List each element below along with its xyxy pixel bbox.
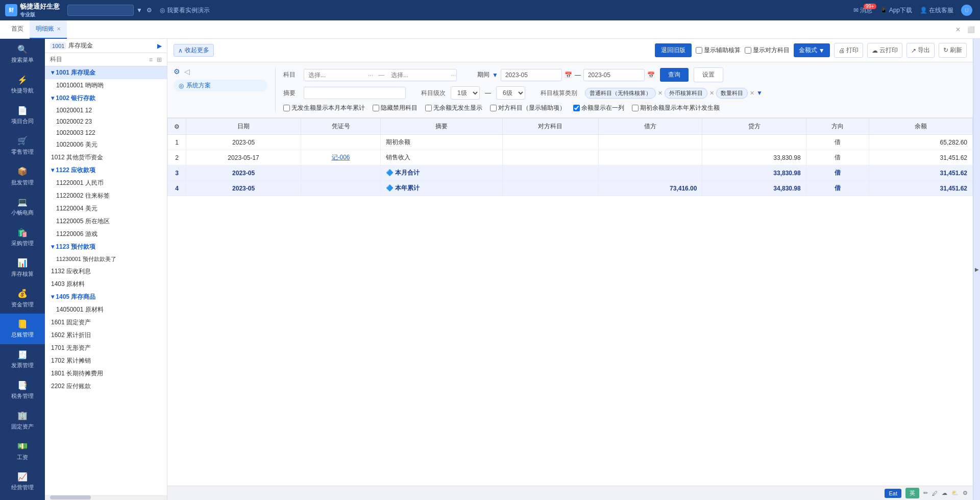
query-button[interactable]: 查询 (660, 68, 689, 82)
sidebar-item-invoice[interactable]: 🧾 发票管理 (0, 344, 45, 375)
sidebar-item-assets[interactable]: 🏢 固定资产 (0, 405, 45, 436)
filter-collapse-arrow-icon[interactable]: ◁ (184, 67, 190, 76)
collapse-filter-button[interactable]: ∧ 收起更多 (174, 44, 214, 57)
right-panel-toggle[interactable]: ▶ (973, 39, 980, 500)
search-input[interactable] (67, 5, 134, 16)
sidebar-item-quicknav[interactable]: ⚡ 快捷导航 (0, 69, 45, 100)
tree-hscroll[interactable] (45, 495, 167, 500)
eat-button[interactable]: Eat (885, 489, 901, 498)
user-menu[interactable]: U (961, 5, 975, 16)
period-calendar-icon[interactable]: 📅 (565, 72, 572, 79)
show-contra-input[interactable] (745, 47, 751, 54)
message-button[interactable]: ✉ 消息 99+ (853, 6, 872, 15)
period-end-input[interactable] (583, 69, 645, 81)
show-contra-checkbox[interactable]: 显示对方科目 (745, 46, 790, 55)
export-button[interactable]: ↗ 导出 (906, 43, 935, 58)
tree-item-1123[interactable]: ▾ 1123 预付款项 (45, 241, 167, 253)
category-dropdown-icon[interactable]: ▼ (756, 89, 763, 97)
tree-item-2202[interactable]: 2202 应付账款 (45, 380, 167, 393)
sidebar-item-ledger[interactable]: 📒 总账管理 (0, 314, 45, 344)
period-start-input[interactable] (501, 69, 562, 81)
tree-item-11220002[interactable]: 11220002 往来标签 (45, 189, 167, 202)
subject-input2[interactable] (387, 69, 448, 81)
tree-item-11220006[interactable]: 11220006 游戏 (45, 228, 167, 241)
tab-close-icon[interactable]: ✕ (57, 26, 61, 32)
sidebar-item-payroll[interactable]: 💵 工资 (0, 436, 45, 466)
tree-item-1012[interactable]: 1012 其他货币资金 (45, 151, 167, 164)
sidebar-item-purchase[interactable]: 🛍️ 采购管理 (0, 222, 45, 253)
tree-item-1002[interactable]: ▾ 1002 银行存款 (45, 92, 167, 105)
window-close-icon[interactable]: ✕ (955, 26, 961, 33)
account-arrow-icon[interactable]: ▶ (157, 42, 162, 50)
tree-item-10020001[interactable]: 10020001 12 (45, 105, 167, 116)
cloud2-icon[interactable]: ⛅ (951, 490, 959, 496)
tree-item-10010001[interactable]: 10010001 哟哟哟 (45, 79, 167, 92)
subject-more2-icon[interactable]: ··· (448, 72, 458, 79)
search-dropdown-icon[interactable]: ▼ (136, 7, 142, 14)
tree-item-1601[interactable]: 1601 固定资产 (45, 316, 167, 329)
lang-button[interactable]: 英 (905, 488, 919, 498)
balance-col-checkbox[interactable] (573, 105, 580, 111)
period-type-btn[interactable]: ▼ (492, 72, 498, 79)
category-tag-1-remove[interactable]: ✕ (658, 90, 663, 97)
period-open-checkbox[interactable] (632, 105, 639, 111)
contra-label-option[interactable]: 对方科目（显示辅助项） (490, 104, 566, 112)
tree-item-1132[interactable]: 1132 应收利息 (45, 265, 167, 278)
summary-input[interactable] (304, 87, 406, 99)
refresh-button[interactable]: ↻ 刷新 (939, 43, 967, 58)
voucher-link-2[interactable]: 记-006 (332, 154, 350, 161)
tree-hscroll-thumb[interactable] (50, 495, 91, 499)
tree-item-1122[interactable]: ▾ 1122 应收款项 (45, 164, 167, 177)
tree-item-1701[interactable]: 1701 无形资产 (45, 342, 167, 354)
level-from-select[interactable]: 1级2级3级 (451, 86, 480, 100)
no-activity-option[interactable]: 无发生额显示本月本年累计 (283, 104, 365, 112)
balance-col-option[interactable]: 余额显示在一列 (573, 104, 624, 112)
no-contra-checkbox[interactable] (425, 105, 432, 111)
tree-item-10020003[interactable]: 10020003 122 (45, 127, 167, 138)
show-aux-input[interactable] (696, 47, 702, 54)
show-aux-checkbox[interactable]: 显示辅助核算 (696, 46, 741, 55)
tab-detail[interactable]: 明细账 ✕ (30, 20, 67, 39)
level-to-select[interactable]: 6级5级4级 (496, 86, 525, 100)
tree-item-1001[interactable]: ▾ 1001 库存现金 (45, 66, 167, 79)
filter-settings-icon[interactable]: ⚙ (174, 67, 180, 76)
tree-item-1403[interactable]: 1403 原材料 (45, 278, 167, 291)
pen-icon[interactable]: 🖊 (932, 490, 938, 496)
sidebar-item-tax[interactable]: 📑 税务管理 (0, 375, 45, 406)
demo-link[interactable]: ◎ 我要看实例演示 (160, 6, 210, 15)
cloud-icon[interactable]: ☁ (942, 490, 947, 496)
tree-item-11220001[interactable]: 11220001 人民币 (45, 177, 167, 189)
sidebar-item-retail[interactable]: 🛒 零售管理 (0, 130, 45, 161)
tree-item-11220005[interactable]: 11220005 所在地区 (45, 215, 167, 228)
period-open-option[interactable]: 期初余额显示本年累计发生额 (632, 104, 720, 112)
sidebar-item-capital[interactable]: 💰 资金管理 (0, 283, 45, 314)
cell-voucher-2[interactable]: 记-006 (301, 150, 381, 165)
return-old-button[interactable]: 退回旧版 (655, 43, 692, 57)
sidebar-item-search[interactable]: 🔍 搜索菜单 (0, 39, 45, 69)
no-contra-option[interactable]: 无余额无发生显示 (425, 104, 482, 112)
sidebar-item-inventory[interactable]: 📊 库存核算 (0, 252, 45, 283)
tab-home[interactable]: 首页 (5, 20, 30, 39)
sidebar-item-contract[interactable]: 📄 项目合同 (0, 100, 45, 131)
no-activity-checkbox[interactable] (283, 105, 290, 111)
hide-disabled-option[interactable]: 隐藏禁用科目 (373, 104, 418, 112)
tree-col-expand-icon[interactable]: ⊞ (157, 56, 162, 63)
bottom-settings-icon[interactable]: ⚙ (963, 490, 968, 496)
settings-icon[interactable]: ⚙ (146, 7, 152, 14)
sidebar-item-wholesale[interactable]: 📦 批发管理 (0, 161, 45, 192)
category-tag-3-remove[interactable]: ✕ (750, 90, 754, 97)
subject-more-icon[interactable]: ··· (365, 72, 376, 79)
settings-button[interactable]: 设置 (694, 67, 723, 82)
sidebar-item-report[interactable]: 📋 小畅报销 (0, 497, 45, 500)
tree-item-10020002[interactable]: 10020002 23 (45, 116, 167, 127)
tree-item-1801[interactable]: 1801 长期待摊费用 (45, 367, 167, 380)
period-calendar2-icon[interactable]: 📅 (647, 72, 655, 79)
tree-item-1405[interactable]: ▾ 1405 库存商品 (45, 291, 167, 303)
format-button[interactable]: 金额式 ▼ (794, 43, 830, 57)
tree-item-11220004[interactable]: 11220004 美元 (45, 202, 167, 215)
tree-item-10020006[interactable]: 10020006 美元 (45, 138, 167, 151)
tree-item-14050001[interactable]: 14050001 原材料 (45, 303, 167, 316)
subject-input[interactable] (304, 69, 365, 81)
sidebar-item-ecommerce[interactable]: 💻 小畅电商 (0, 192, 45, 222)
print-button[interactable]: 🖨 打印 (834, 43, 863, 58)
